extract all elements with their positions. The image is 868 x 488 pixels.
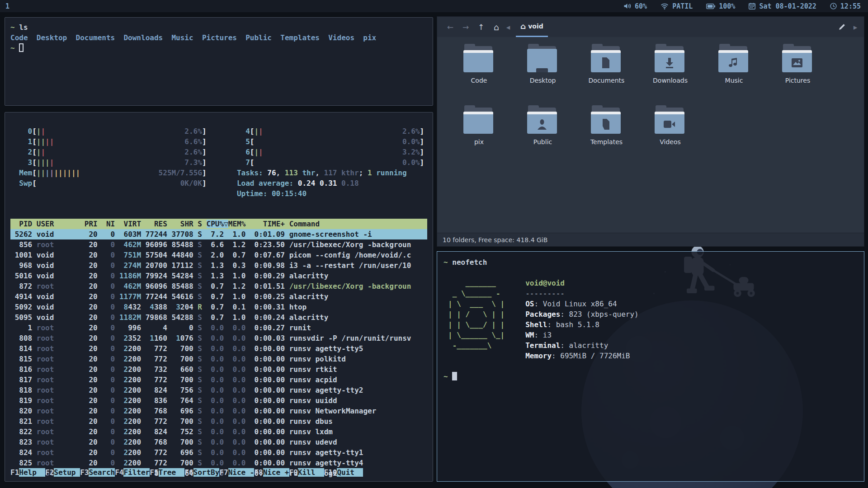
fkey-f6[interactable]: F6: [184, 468, 193, 477]
process-row-856[interactable]: 856 root 20 0 462M 96096 85488 S 6.6 1.2…: [10, 239, 427, 250]
fkey-label-nice-[interactable]: Nice -: [228, 468, 255, 477]
fkey-f2[interactable]: F2: [45, 468, 54, 477]
htop-window[interactable]: 0[|| 2.6%] 1[|||| 6.6%] 2[|| 2.6%] 3[|||…: [5, 112, 433, 482]
process-row-821[interactable]: 821 root 20 0 2200 772 700 S 0.0 0.0 0:0…: [10, 416, 427, 427]
folder-item-public[interactable]: Public: [511, 106, 575, 159]
neofetch-info-memory: Memory: 695MiB / 7726MiB: [525, 351, 638, 361]
folder-item-desktop[interactable]: Desktop: [511, 44, 575, 98]
tab-home-void[interactable]: ⌂ void: [516, 17, 548, 37]
folder-item-templates[interactable]: Templates: [575, 106, 638, 159]
folder-label: Code: [471, 77, 487, 84]
uptime: Uptime: 00:15:40: [237, 188, 424, 199]
dir-entry: Pictures: [202, 33, 237, 42]
back-icon[interactable]: ←: [443, 23, 458, 32]
fkey-label-setup[interactable]: Setup: [54, 468, 80, 477]
process-row-1001[interactable]: 1001 void 20 0 751M 57504 44840 S 2.0 0.…: [10, 250, 427, 260]
column-header-s[interactable]: S: [198, 220, 202, 228]
fkey-label-sortby[interactable]: SortBy: [193, 468, 220, 477]
status-battery: 100%: [706, 2, 735, 10]
process-row-808[interactable]: 808 root 20 0 2352 1160 1076 S 0.0 0.0 0…: [10, 333, 427, 343]
process-row-825[interactable]: 825 root 20 0 2200 772 700 S 0.0 0.0 0:0…: [10, 458, 427, 468]
process-row-818[interactable]: 818 root 20 0 2200 824 756 S 0.0 0.0 0:0…: [10, 385, 427, 395]
fkey-label-search[interactable]: Search: [89, 468, 115, 477]
neofetch-info-terminal: Terminal: alacritty: [525, 340, 638, 351]
column-header-pid[interactable]: PID: [10, 220, 32, 228]
process-row-4914[interactable]: 4914 void 20 0 1177M 77244 54616 S 0.7 1…: [10, 291, 427, 302]
process-row-816[interactable]: 816 root 20 0 2200 732 660 S 0.0 0.0 0:0…: [10, 364, 427, 375]
process-row-872[interactable]: 872 root 20 0 462M 96096 85488 S 0.7 1.2…: [10, 281, 427, 291]
folder-item-downloads[interactable]: Downloads: [638, 44, 702, 98]
process-row-820[interactable]: 820 root 20 0 2200 768 696 S 0.0 0.0 0:0…: [10, 406, 427, 416]
folder-icon: [463, 108, 495, 134]
column-header-cpu[interactable]: CPU%▽: [207, 220, 228, 228]
meter-7: 7[ 0.0%]: [237, 157, 424, 168]
tab-scroll-left-icon[interactable]: ◂: [504, 23, 512, 32]
process-row-819[interactable]: 819 root 20 0 2200 836 764 S 0.0 0.0 0:0…: [10, 395, 427, 406]
meter-0: 0[|| 2.6%]: [10, 126, 206, 136]
fkey-f8[interactable]: F8: [254, 468, 263, 477]
process-row-822[interactable]: 822 root 20 0 2200 824 752 S 0.0 0.0 0:0…: [10, 427, 427, 437]
tab-scroll-right-icon[interactable]: ▸: [852, 23, 859, 32]
folder-item-music[interactable]: Music: [702, 44, 766, 98]
fkey-f9[interactable]: F9: [289, 468, 298, 477]
fkey-f5[interactable]: F5: [150, 468, 158, 477]
fkey-label-nice+[interactable]: Nice +: [263, 468, 289, 477]
process-row-824[interactable]: 824 root 20 0 2200 772 696 S 0.0 0.0 0:0…: [10, 447, 427, 458]
tab-label: void: [528, 23, 543, 30]
column-header-pri[interactable]: PRI: [85, 220, 98, 228]
process-row-823[interactable]: 823 root 20 0 2200 768 700 S 0.0 0.0 0:0…: [10, 437, 427, 447]
fkey-label-kill[interactable]: Kill: [298, 468, 324, 477]
process-row-968[interactable]: 968 void 20 0 274M 20700 17112 S 1.3 0.3…: [10, 260, 427, 271]
column-header-user[interactable]: USER: [37, 220, 80, 228]
process-row-5016[interactable]: 5016 void 20 0 1186M 79924 54284 S 1.3 1…: [10, 271, 427, 281]
process-row-814[interactable]: 814 root 20 0 2200 772 700 S 0.0 0.0 0:0…: [10, 343, 427, 354]
process-row-1[interactable]: 1 root 20 0 996 4 0 S 0.0 0.0 0:00.27 ru…: [10, 323, 427, 333]
meter-1: 1[|||| 6.6%]: [10, 136, 206, 147]
edit-path-pencil-icon[interactable]: [838, 23, 846, 31]
folder-item-code[interactable]: Code: [447, 44, 511, 98]
terminal-window-ls[interactable]: ~ ls Code Desktop Documents Downloads Mu…: [5, 17, 433, 106]
neofetch-info-shell: Shell: bash 5.1.8: [525, 319, 638, 330]
column-header-mem[interactable]: MEM%: [228, 220, 246, 228]
process-row-5262[interactable]: 5262 void 20 0 603M 77244 37708 S 7.2 1.…: [10, 229, 427, 239]
fkey-f4[interactable]: F4: [115, 468, 123, 477]
home-icon[interactable]: ⌂: [489, 22, 504, 32]
fkey-label-filter[interactable]: Filter: [123, 468, 150, 477]
neofetch-terminal-window[interactable]: ~ neofetch _______ _ \______ - | \ ___ \…: [437, 251, 864, 482]
process-row-5095[interactable]: 5095 void 20 0 1182M 79868 54288 S 0.7 1…: [10, 312, 427, 323]
process-table-header[interactable]: PID USER PRI NI VIRT RES SHR S CPU%▽MEM%…: [10, 219, 427, 229]
meter-6: 6[|| 3.2%]: [237, 147, 424, 157]
workspace-button[interactable]: 1: [5, 2, 9, 10]
file-manager-window[interactable]: ← → ↑ ⌂ ◂ ⌂ void ▸ CodeDesktopDocumentsD…: [437, 16, 864, 247]
meter-4: 4[|| 2.6%]: [237, 126, 424, 136]
htop-meters: 0[|| 2.6%] 1[|||| 6.6%] 2[|| 2.6%] 3[|||…: [10, 126, 427, 199]
folder-item-documents[interactable]: Documents: [575, 44, 638, 98]
folder-icon: [655, 46, 686, 72]
fkey-label-quit[interactable]: Quit: [337, 468, 363, 477]
folder-item-videos[interactable]: Videos: [638, 106, 702, 159]
fkey-label-help[interactable]: Help: [19, 468, 45, 477]
column-header-shr[interactable]: SHR: [172, 220, 193, 228]
fkey-f3[interactable]: F3: [80, 468, 89, 477]
plain-folder: [463, 53, 493, 72]
column-header-res[interactable]: RES: [146, 220, 167, 228]
column-header-virt[interactable]: VIRT: [119, 220, 141, 228]
column-header-time[interactable]: TIME+: [250, 220, 285, 228]
forward-icon[interactable]: →: [458, 23, 473, 32]
process-row-5092[interactable]: 5092 void 20 0 8432 4388 3204 R 0.7 0.1 …: [10, 302, 427, 312]
dir-entry: Desktop: [37, 33, 67, 42]
process-row-815[interactable]: 815 root 20 0 2200 772 700 S 0.0 0.0 0:0…: [10, 354, 427, 364]
folder-item-pix[interactable]: pix: [447, 106, 511, 159]
process-row-817[interactable]: 817 root 20 0 2200 772 700 S 0.0 0.0 0:0…: [10, 375, 427, 385]
folder-item-pictures[interactable]: Pictures: [766, 44, 830, 98]
person-emblem-icon: [527, 114, 557, 134]
shell-prompt-line: ~ neofetch: [443, 257, 858, 267]
fkey-f1[interactable]: F1: [10, 468, 19, 477]
folder-label: Pictures: [785, 77, 810, 84]
fkey-f7[interactable]: F7: [219, 468, 228, 477]
up-icon[interactable]: ↑: [473, 23, 489, 32]
column-header-ni[interactable]: NI: [102, 220, 115, 228]
column-header-cmd[interactable]: Command: [289, 220, 320, 228]
fkey-label-tree[interactable]: Tree: [159, 468, 185, 477]
fkey-f10[interactable]: F10: [324, 468, 337, 477]
